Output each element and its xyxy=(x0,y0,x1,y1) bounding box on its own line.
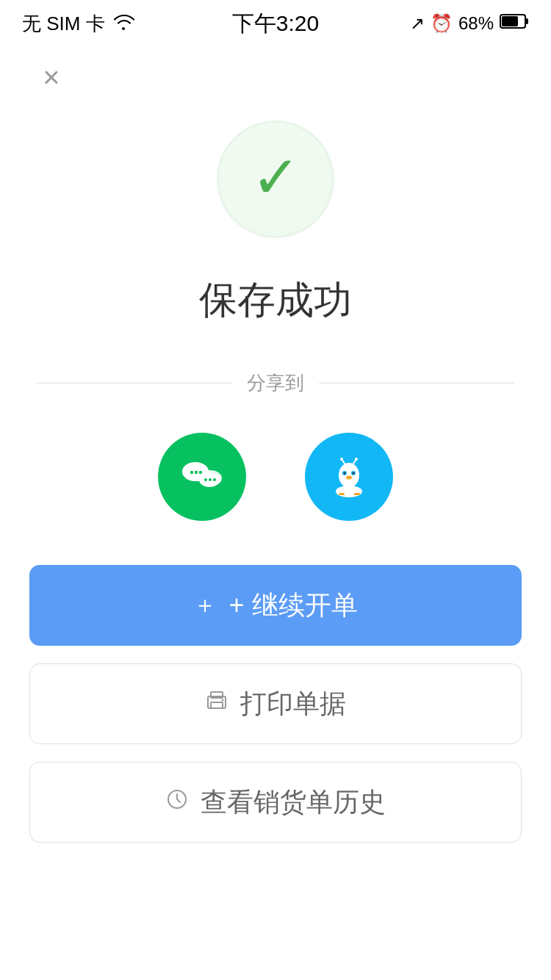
wechat-share-button[interactable] xyxy=(158,433,246,521)
close-button[interactable]: × xyxy=(29,55,73,99)
svg-rect-34 xyxy=(211,702,223,708)
continue-order-button[interactable]: ＋ + 继续开单 xyxy=(29,565,522,646)
qq-share-button[interactable] xyxy=(305,433,393,521)
battery-icon xyxy=(500,13,529,34)
close-icon: × xyxy=(43,62,60,92)
svg-point-12 xyxy=(195,471,198,474)
print-button[interactable]: 打印单据 xyxy=(29,663,522,744)
history-label: 查看销货单历史 xyxy=(201,785,386,821)
alarm-icon: ⏰ xyxy=(431,13,453,34)
success-title: 保存成功 xyxy=(199,275,352,326)
success-circle: ✓ xyxy=(217,120,334,238)
qq-icon xyxy=(325,453,373,501)
status-left: 无 SIM 卡 xyxy=(22,11,134,37)
share-label: 分享到 xyxy=(247,370,304,396)
print-icon xyxy=(205,689,228,718)
svg-point-13 xyxy=(199,471,202,474)
svg-point-16 xyxy=(213,478,216,481)
svg-point-23 xyxy=(346,475,352,479)
status-bar: 无 SIM 卡 下午3:20 ↗ ⏰ 68% xyxy=(0,0,551,47)
svg-point-11 xyxy=(190,471,193,474)
svg-point-35 xyxy=(222,699,224,702)
svg-rect-1 xyxy=(525,18,528,24)
main-content: ✓ 保存成功 分享到 xyxy=(0,47,551,843)
svg-point-22 xyxy=(352,472,354,474)
print-label: 打印单据 xyxy=(240,686,346,722)
location-icon: ↗ xyxy=(410,13,425,34)
continue-order-label: + 继续开单 xyxy=(228,588,357,624)
svg-point-14 xyxy=(204,478,207,481)
svg-point-21 xyxy=(343,472,345,474)
share-section: 分享到 xyxy=(0,370,551,521)
actions: ＋ + 继续开单 打印单据 查看销货单历史 xyxy=(0,565,551,843)
svg-point-15 xyxy=(209,478,212,481)
svg-rect-2 xyxy=(502,16,518,26)
svg-point-31 xyxy=(355,458,358,461)
history-icon xyxy=(165,788,189,817)
checkmark-icon: ✓ xyxy=(251,148,300,207)
svg-rect-27 xyxy=(354,493,360,495)
status-right: ↗ ⏰ 68% xyxy=(410,13,529,34)
share-icons xyxy=(158,433,393,521)
battery-label: 68% xyxy=(458,13,494,34)
svg-point-30 xyxy=(340,458,343,461)
svg-point-17 xyxy=(339,463,359,488)
status-time: 下午3:20 xyxy=(232,9,319,39)
history-button[interactable]: 查看销货单历史 xyxy=(29,762,522,843)
share-divider: 分享到 xyxy=(0,370,551,396)
no-sim-label: 无 SIM 卡 xyxy=(22,11,105,37)
wifi-icon xyxy=(112,12,134,35)
plus-icon: ＋ xyxy=(193,589,217,621)
divider-left xyxy=(37,383,232,383)
divider-right xyxy=(319,383,514,383)
wechat-icon xyxy=(176,451,228,502)
svg-rect-26 xyxy=(339,493,345,495)
